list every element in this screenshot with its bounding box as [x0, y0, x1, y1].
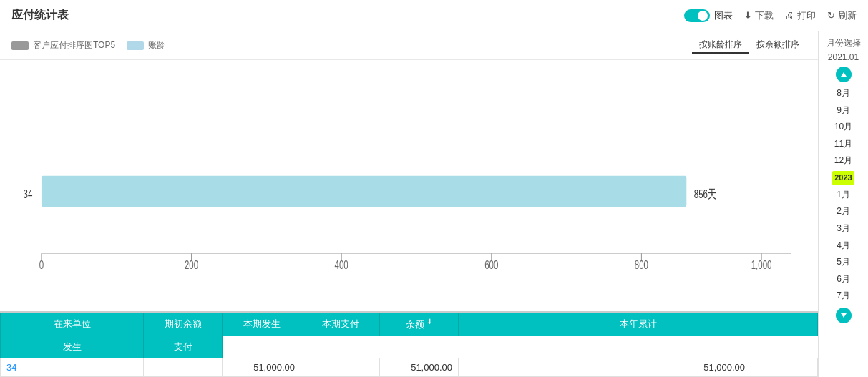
refresh-button[interactable]: ↻ 刷新 [827, 9, 857, 22]
col-header-balance: 余额 ⬇ [380, 313, 459, 336]
sort-tabs: 按账龄排序 按余额排序 [692, 37, 806, 54]
balance-icon: ⬇ [426, 318, 432, 325]
col-header-unit: 在来单位 [1, 313, 144, 336]
refresh-label: 刷新 [838, 9, 857, 22]
sidebar-up-button[interactable] [836, 67, 852, 82]
chart-legend: 客户应付排序图TOP5 账龄 [11, 39, 165, 52]
cell-period-occur: 51,000.00 [223, 358, 301, 377]
month-2[interactable]: 2月 [837, 203, 850, 220]
sort-tab-by-age[interactable]: 按账龄排序 [692, 37, 749, 54]
table-section: 在来单位 期初余额 本期发生 本期支付 余额 ⬇ 本年累计 [0, 311, 818, 377]
table-wrapper: 在来单位 期初余额 本期发生 本期支付 余额 ⬇ 本年累计 [0, 313, 818, 377]
download-icon: ⬇ [744, 10, 752, 21]
col-header-ytd: 本年累计 [459, 313, 818, 336]
header-actions: 图表 ⬇ 下载 🖨 打印 ↻ 刷新 [684, 9, 857, 22]
col-header-period-balance: 期初余额 [144, 313, 223, 336]
sidebar-date-value: 2021.01 [828, 52, 859, 62]
col-header-ytd-pay: 支付 [144, 336, 223, 358]
table-row: 34 51,000.00 51,000.00 51,000.00 [1, 358, 818, 377]
unit-link[interactable]: 34 [6, 362, 16, 373]
svg-marker-1 [841, 313, 847, 318]
col-header-period-pay: 本期支付 [301, 313, 380, 336]
col-header-ytd-occur: 发生 [1, 336, 144, 358]
cell-ytd-pay [751, 358, 818, 377]
chevron-down-icon [840, 312, 847, 319]
month-1[interactable]: 1月 [837, 187, 850, 204]
right-sidebar: 月份选择 2021.01 8月 9月 10月 11月 12月 2023 1月 2… [818, 31, 868, 377]
table-body: 34 51,000.00 51,000.00 51,000.00 [1, 358, 818, 377]
print-button[interactable]: 🖨 打印 [785, 9, 816, 22]
bar-row-label: 34 [24, 187, 33, 200]
legend-item-2: 账龄 [127, 39, 165, 52]
cell-period-balance [144, 358, 223, 377]
month-4[interactable]: 4月 [837, 238, 850, 255]
legend-label-1: 客户应付排序图TOP5 [33, 39, 115, 52]
chart-toggle-label: 图表 [714, 9, 733, 22]
chart-toggle-wrap[interactable]: 图表 [684, 9, 733, 22]
month-8[interactable]: 8月 [837, 85, 850, 102]
main-content: 客户应付排序图TOP5 账龄 按账龄排序 按余额排序 [0, 31, 868, 377]
legend-item-1: 客户应付排序图TOP5 [11, 39, 115, 52]
chart-header: 客户应付排序图TOP5 账龄 按账龄排序 按余额排序 [0, 31, 818, 60]
month-5[interactable]: 5月 [837, 254, 850, 271]
legend-box-2 [127, 41, 144, 50]
sidebar-down-button[interactable] [836, 308, 852, 323]
chart-area: 34 856天 0 200 400 600 800 1,000 [0, 60, 818, 311]
month-11[interactable]: 11月 [834, 136, 852, 153]
sidebar-title: 月份选择 [826, 37, 861, 49]
cell-ytd-occur: 51,000.00 [459, 358, 751, 377]
month-3[interactable]: 3月 [837, 220, 850, 238]
chart-section: 客户应付排序图TOP5 账龄 按账龄排序 按余额排序 [0, 31, 818, 377]
download-label: 下载 [755, 9, 774, 22]
month-6[interactable]: 6月 [837, 271, 850, 288]
refresh-icon: ↻ [827, 10, 835, 21]
print-label: 打印 [797, 9, 816, 22]
data-table: 在来单位 期初余额 本期发生 本期支付 余额 ⬇ 本年累计 [0, 313, 818, 377]
year-badge[interactable]: 2023 [832, 171, 854, 185]
app-header: 应付统计表 图表 ⬇ 下载 🖨 打印 ↻ 刷新 [0, 0, 868, 31]
download-button[interactable]: ⬇ 下载 [744, 9, 774, 22]
chart-toggle-switch[interactable] [684, 9, 710, 22]
month-9[interactable]: 9月 [837, 102, 850, 119]
bar-days-label: 856天 [694, 187, 716, 200]
cell-period-pay [301, 358, 380, 377]
legend-label-2: 账龄 [148, 39, 165, 52]
month-10[interactable]: 10月 [834, 119, 852, 136]
legend-box-1 [11, 41, 29, 50]
month-12[interactable]: 12月 [834, 152, 852, 170]
sort-tab-by-balance[interactable]: 按余额排序 [749, 37, 806, 54]
cell-balance: 51,000.00 [380, 358, 459, 377]
col-header-period-occur: 本期发生 [223, 313, 301, 336]
print-icon: 🖨 [785, 10, 794, 21]
bar-chart: 34 856天 0 200 400 600 800 1,000 [11, 67, 806, 311]
chevron-up-icon [840, 71, 847, 78]
page-title: 应付统计表 [11, 8, 69, 23]
month-7[interactable]: 7月 [837, 288, 850, 305]
cell-unit: 34 [1, 358, 144, 377]
bar-rect [42, 176, 686, 207]
svg-marker-0 [841, 72, 847, 77]
